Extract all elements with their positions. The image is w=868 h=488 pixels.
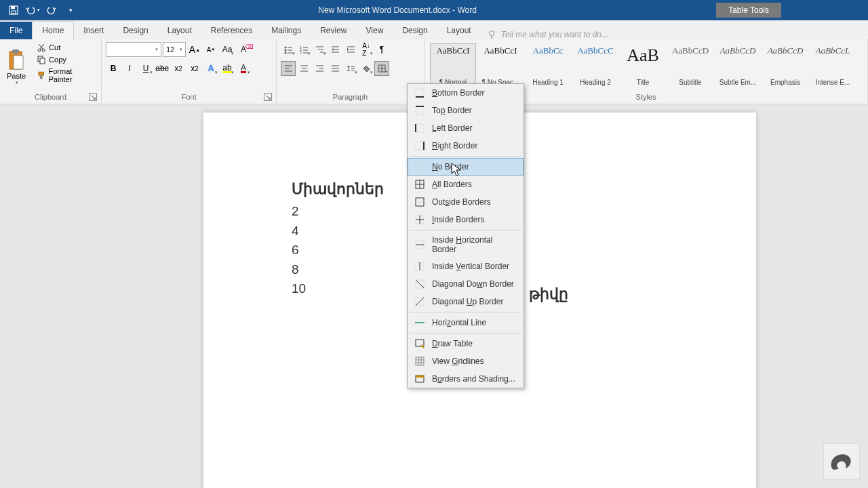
borders-menu-item[interactable]: Inside Borders (408, 211, 524, 228)
borders-menu-item[interactable]: Outside Borders (408, 193, 524, 211)
font-dialog-launcher-icon[interactable]: ↘ (264, 93, 272, 101)
borders-menu-item[interactable]: Left Border (408, 119, 524, 137)
italic-icon[interactable]: I (122, 61, 137, 76)
bullets-icon[interactable] (281, 42, 296, 57)
font-color-icon[interactable]: A (236, 61, 251, 76)
format-painter-label: Format Painter (49, 67, 96, 83)
tab-view[interactable]: View (357, 22, 393, 39)
border-right-icon (414, 140, 425, 151)
shrink-font-icon[interactable]: A▼ (203, 42, 218, 57)
titlebar: ▾ ▾ New Microsoft Word Document.docx - W… (0, 0, 868, 20)
borders-menu-item[interactable]: Top Border (408, 102, 524, 119)
underline-icon[interactable]: U (138, 61, 153, 76)
border-inside-icon (414, 214, 425, 225)
tab-table-design[interactable]: Design (393, 22, 437, 39)
font-size-combo[interactable]: 12▾ (163, 42, 186, 57)
borders-menu-item[interactable]: Horizontal Line (408, 314, 524, 331)
superscript-icon[interactable]: x2 (187, 61, 202, 76)
justify-icon[interactable] (328, 61, 342, 76)
grow-font-icon[interactable]: A▲ (187, 42, 202, 57)
clear-formatting-icon[interactable]: A⌫ (236, 42, 251, 57)
decrease-indent-icon[interactable] (328, 42, 342, 57)
subscript-icon[interactable]: x2 (171, 61, 186, 76)
style-item[interactable]: AaBbCcHeading 1 (525, 43, 571, 88)
svg-rect-1 (11, 6, 15, 9)
table-header-fragment[interactable]: թիվը (529, 285, 568, 303)
style-name: Subtle Em... (719, 79, 756, 86)
tab-home[interactable]: Home (32, 21, 74, 39)
line-spacing-icon[interactable] (343, 61, 358, 76)
style-preview: AaBbCcD (720, 45, 756, 56)
style-item[interactable]: AaBbCcDSubtle Em... (715, 43, 761, 88)
menu-item-label: No Border (432, 162, 469, 171)
style-item[interactable]: AaBbCcI¶ No Spac... (477, 43, 524, 88)
style-item[interactable]: AaBbCcDEmphasis (762, 43, 808, 88)
borders-split-button[interactable] (374, 61, 389, 76)
svg-rect-14 (39, 72, 44, 75)
style-item[interactable]: AaBbCcI¶ Normal (430, 43, 476, 88)
tab-layout[interactable]: Layout (158, 22, 201, 39)
save-icon[interactable] (5, 2, 22, 18)
format-painter-button[interactable]: Format Painter (35, 66, 97, 84)
style-item[interactable]: AaBbCcLIntense E... (810, 43, 856, 88)
svg-rect-82 (416, 340, 424, 346)
align-left-icon[interactable] (281, 61, 296, 76)
tell-me-placeholder: Tell me what you want to do... (501, 30, 608, 39)
tab-review[interactable]: Review (311, 22, 356, 39)
highlight-color-icon[interactable]: ab (220, 61, 235, 76)
borders-menu-item[interactable]: Diagonal Down Border (408, 275, 524, 293)
align-right-icon[interactable] (312, 61, 327, 76)
qat-customize-icon[interactable]: ▾ (62, 2, 79, 18)
style-preview: AaBbCcL (816, 45, 850, 56)
shading-icon[interactable] (359, 61, 374, 76)
watermark-icon (823, 443, 860, 480)
bold-icon[interactable]: B (106, 61, 121, 76)
text-effects-icon[interactable]: A (203, 61, 218, 76)
increase-indent-icon[interactable] (343, 42, 358, 57)
multilevel-list-icon[interactable] (312, 42, 327, 57)
border-ih-icon (414, 239, 425, 250)
align-center-icon[interactable] (296, 61, 311, 76)
paste-button[interactable]: Paste ▾ (7, 49, 26, 85)
svg-line-78 (416, 280, 424, 288)
style-item[interactable]: AaBTitle (620, 43, 666, 88)
tab-mailings[interactable]: Mailings (262, 22, 311, 39)
style-item[interactable]: AaBbCcDSubtitle (667, 43, 713, 88)
borders-menu-item[interactable]: Borders and Shading... (408, 370, 524, 388)
menu-item-label: Inside Borders (432, 215, 484, 224)
font-group-label: Font (181, 93, 196, 101)
menu-item-label: Inside Horizontal Border (432, 235, 517, 254)
borders-menu-item[interactable]: Inside Horizontal Border (408, 232, 524, 258)
borders-menu-item[interactable]: Diagonal Up Border (408, 293, 524, 310)
borders-menu-item[interactable]: Draw Table (408, 335, 524, 352)
border-all-icon (414, 179, 425, 190)
cut-button[interactable]: Cut (35, 42, 97, 53)
font-name-combo[interactable]: ▾ (106, 42, 161, 57)
redo-icon[interactable] (43, 2, 60, 18)
svg-point-9 (42, 49, 45, 52)
borders-menu-item[interactable]: Right Border (408, 137, 524, 155)
numbering-icon[interactable]: 123 (296, 42, 311, 57)
borders-menu-item[interactable]: View Gridlines (408, 352, 524, 370)
tab-insert[interactable]: Insert (74, 22, 113, 39)
tab-references[interactable]: References (201, 22, 262, 39)
tab-table-layout[interactable]: Layout (437, 22, 481, 39)
tell-me-search[interactable]: Tell me what you want to do... (481, 30, 868, 39)
undo-icon[interactable]: ▾ (24, 2, 41, 18)
change-case-icon[interactable]: Aa (220, 42, 235, 57)
menu-separator (410, 230, 521, 230)
copy-button[interactable]: Copy (35, 54, 97, 65)
paragraph-group-label: Paragraph (333, 93, 368, 101)
strikethrough-icon[interactable]: abc (155, 61, 170, 76)
borders-menu-item[interactable]: No Border (408, 158, 524, 176)
sort-icon[interactable]: A↓Z (359, 42, 374, 57)
borders-menu-item[interactable]: Inside Vertical Border (408, 258, 524, 275)
quick-access-toolbar: ▾ ▾ (5, 2, 79, 18)
style-item[interactable]: AaBbCcCHeading 2 (572, 43, 618, 88)
borders-menu-item[interactable]: Bottom Border (408, 84, 524, 102)
tab-design[interactable]: Design (113, 22, 157, 39)
show-marks-icon[interactable]: ¶ (374, 42, 389, 57)
borders-menu-item[interactable]: All Borders (408, 176, 524, 193)
tab-file[interactable]: File (0, 22, 32, 39)
clipboard-dialog-launcher-icon[interactable]: ↘ (89, 93, 97, 101)
